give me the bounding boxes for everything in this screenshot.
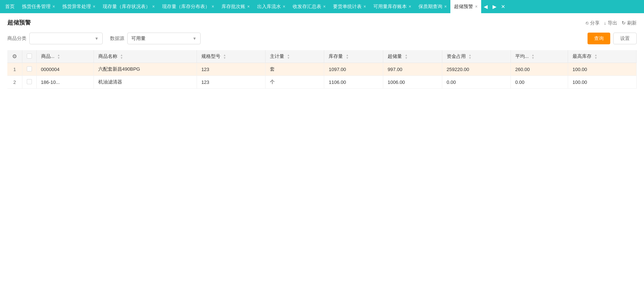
- table-header-row: ⚙ 商品... ▲▼ 商品名称 ▲▼ 规格型号 ▲▼ 主计: [7, 50, 637, 63]
- sort-sku-icon[interactable]: ▲▼: [57, 54, 60, 60]
- table-row: 2 186-10... 机油滤清器 123 个 1106.00 1006.00 …: [7, 76, 637, 89]
- cell-sku: 186-10...: [36, 76, 94, 89]
- row-checkbox[interactable]: [27, 66, 32, 71]
- nav-label-home: 首页: [5, 3, 15, 10]
- nav-item-available-account[interactable]: 可用量库存账本 ×: [370, 0, 415, 13]
- nav-item-inventory-status[interactable]: 现存量（库存状况表） ×: [99, 0, 158, 13]
- refresh-button[interactable]: ↻ 刷新: [622, 20, 637, 26]
- nav-close-inventory-status[interactable]: ×: [152, 4, 155, 9]
- filter-datasource: 数据源 可用量 ▼: [110, 33, 201, 44]
- nav-label-abnormal: 拣货异常处理: [62, 3, 91, 10]
- select-all-checkbox[interactable]: [27, 53, 32, 59]
- cell-name: 六配套新昌490BPG: [94, 63, 197, 76]
- export-label: 导出: [608, 20, 617, 26]
- nav-item-home[interactable]: 首页: [1, 0, 18, 13]
- nav-item-receive-send[interactable]: 收发存汇总表 ×: [289, 0, 329, 13]
- category-select[interactable]: ▼: [29, 33, 103, 44]
- th-sku-label: 商品...: [41, 53, 55, 59]
- sort-name-icon[interactable]: ▲▼: [120, 54, 123, 60]
- nav-close-batch-account[interactable]: ×: [247, 4, 250, 9]
- nav-item-abnormal[interactable]: 拣货异常处理 ×: [59, 0, 99, 13]
- nav-arrow-right[interactable]: ▶: [490, 0, 499, 13]
- nav-item-batch-account[interactable]: 库存批次账 ×: [218, 0, 253, 13]
- cell-avg: 260.00: [511, 63, 568, 76]
- nav-arrow-left[interactable]: ◀: [481, 0, 490, 13]
- chevron-down-icon: ▼: [95, 36, 99, 41]
- export-button[interactable]: ↓ 导出: [604, 20, 618, 26]
- datasource-value: 可用量: [131, 35, 146, 42]
- filter-category: 商品分类 ▼: [7, 33, 103, 44]
- nav-label-receive-send: 收发存汇总表: [293, 3, 321, 10]
- cell-index: 2: [7, 76, 22, 89]
- nav-close-order-stats[interactable]: ×: [363, 4, 366, 9]
- sort-unit-icon[interactable]: ▲▼: [287, 54, 290, 60]
- cell-capital: 259220.00: [442, 63, 511, 76]
- cell-spec: 123: [197, 76, 265, 89]
- page-header: 超储预警 ⎋ 分享 ↓ 导出 ↻ 刷新: [7, 19, 637, 27]
- th-over-label: 超储量: [388, 53, 402, 59]
- page-content: 超储预警 ⎋ 分享 ↓ 导出 ↻ 刷新 商品分类 ▼ 数据源: [0, 13, 644, 293]
- nav-item-order-stats[interactable]: 要货单统计表 ×: [329, 0, 370, 13]
- nav-item-quality-check[interactable]: 保质期查询 ×: [415, 0, 450, 13]
- datasource-select[interactable]: 可用量 ▼: [127, 33, 201, 44]
- cell-name: 机油滤清器: [94, 76, 197, 89]
- row-checkbox[interactable]: [27, 79, 32, 84]
- nav-label-in-out-flow: 出入库流水: [257, 3, 281, 10]
- cell-checkbox: [22, 76, 36, 89]
- cell-maxstock: 100.00: [568, 76, 637, 89]
- nav-close-inventory-dist[interactable]: ×: [212, 4, 214, 9]
- data-table: ⚙ 商品... ▲▼ 商品名称 ▲▼ 规格型号 ▲▼ 主计: [7, 50, 637, 89]
- nav-label-task-mgmt: 拣货任务管理: [22, 3, 51, 10]
- th-unit: 主计量 ▲▼: [265, 50, 324, 63]
- cell-avg: 0.00: [511, 76, 568, 89]
- th-maxstock-label: 最高库存: [572, 53, 592, 59]
- nav-close-in-out-flow[interactable]: ×: [283, 4, 285, 9]
- nav-item-overstock-alert[interactable]: 超储预警 ×: [450, 0, 481, 13]
- nav-close-available-account[interactable]: ×: [409, 4, 411, 9]
- cell-checkbox: [22, 63, 36, 76]
- sort-avg-icon[interactable]: ▲▼: [531, 54, 534, 60]
- nav-item-task-mgmt[interactable]: 拣货任务管理 ×: [18, 0, 59, 13]
- nav-label-inventory-status: 现存量（库存状况表）: [103, 3, 150, 10]
- nav-close-quality-check[interactable]: ×: [444, 4, 447, 9]
- gear-icon[interactable]: ⚙: [12, 53, 17, 60]
- th-sku: 商品... ▲▼: [36, 50, 94, 63]
- nav-arrow-close-all[interactable]: ✕: [499, 0, 508, 13]
- nav-label-order-stats: 要货单统计表: [333, 3, 362, 10]
- sort-spec-icon[interactable]: ▲▼: [223, 54, 226, 60]
- nav-item-in-out-flow[interactable]: 出入库流水 ×: [253, 0, 289, 13]
- sort-stock-icon[interactable]: ▲▼: [346, 54, 349, 60]
- nav-label-available-account: 可用量库存账本: [373, 3, 407, 10]
- filter-bar: 商品分类 ▼ 数据源 可用量 ▼ 查询 设置: [7, 33, 637, 44]
- nav-item-inventory-dist[interactable]: 现存量（库存分布表） ×: [158, 0, 218, 13]
- nav-label-batch-account: 库存批次账: [222, 3, 245, 10]
- th-stock: 库存量 ▲▼: [324, 50, 383, 63]
- th-spec: 规格型号 ▲▼: [197, 50, 265, 63]
- cell-stock: 1097.00: [324, 63, 383, 76]
- nav-close-receive-send[interactable]: ×: [323, 4, 326, 9]
- th-name: 商品名称 ▲▼: [94, 50, 197, 63]
- cell-maxstock: 100.00: [568, 63, 637, 76]
- category-label: 商品分类: [7, 35, 26, 42]
- nav-close-abnormal[interactable]: ×: [93, 4, 95, 9]
- sort-over-icon[interactable]: ▲▼: [405, 54, 408, 60]
- share-button[interactable]: ⎋ 分享: [586, 20, 600, 26]
- th-avg: 平均... ▲▼: [511, 50, 568, 63]
- sort-capital-icon[interactable]: ▲▼: [468, 54, 471, 60]
- cell-unit: 套: [265, 63, 324, 76]
- th-stock-label: 库存量: [329, 53, 343, 59]
- th-unit-label: 主计量: [270, 53, 284, 59]
- th-capital-label: 资金占用: [447, 53, 466, 59]
- page-title: 超储预警: [7, 19, 31, 27]
- datasource-label: 数据源: [110, 35, 124, 42]
- nav-close-overstock-alert[interactable]: ×: [475, 4, 477, 9]
- query-button[interactable]: 查询: [588, 33, 610, 44]
- settings-button[interactable]: 设置: [613, 33, 637, 44]
- share-label: 分享: [590, 20, 600, 26]
- th-gear: ⚙: [7, 50, 22, 63]
- th-maxstock: 最高库存 ▲▼: [568, 50, 637, 63]
- sort-maxstock-icon[interactable]: ▲▼: [594, 54, 597, 60]
- datasource-chevron-down-icon: ▼: [193, 36, 197, 41]
- nav-close-task-mgmt[interactable]: ×: [52, 4, 55, 9]
- th-over: 超储量 ▲▼: [383, 50, 442, 63]
